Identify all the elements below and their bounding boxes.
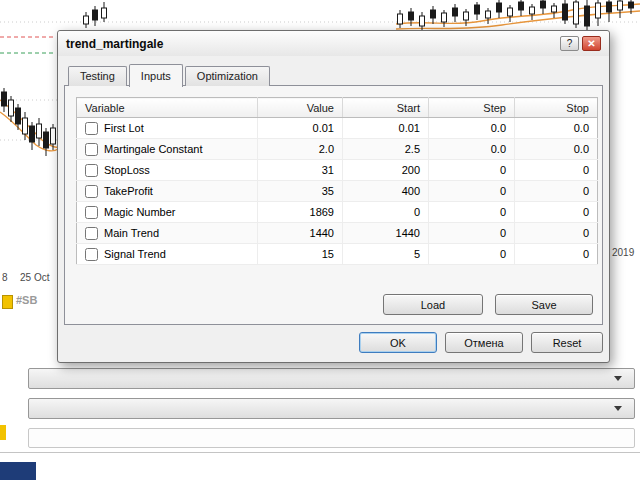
table-row[interactable]: TakeProfit 35 400 0 0 (77, 181, 598, 202)
param-start[interactable]: 400 (343, 181, 429, 202)
inputs-table: Variable Value Start Step Stop First Lot… (76, 97, 598, 265)
param-stop[interactable]: 0.0 (515, 139, 598, 160)
table-row[interactable]: Signal Trend 15 5 0 0 (77, 244, 598, 265)
param-step[interactable]: 0 (429, 244, 515, 265)
param-start[interactable]: 200 (343, 160, 429, 181)
chart-watermark: #SB (16, 294, 37, 306)
column-header-step: Step (429, 98, 515, 118)
table-row[interactable]: Martingale Constant 2.0 2.5 0.0 0.0 (77, 139, 598, 160)
column-header-value: Value (258, 98, 343, 118)
horizontal-divider (0, 452, 640, 453)
tab-testing[interactable]: Testing (68, 66, 127, 86)
param-checkbox[interactable] (85, 164, 98, 177)
window-buttons: ? ✕ (560, 36, 601, 51)
inputs-tab-page: Variable Value Start Step Stop First Lot… (64, 85, 603, 325)
table-row[interactable]: Main Trend 1440 1440 0 0 (77, 223, 598, 244)
param-step[interactable]: 0 (429, 160, 515, 181)
param-value[interactable]: 1440 (258, 223, 343, 244)
close-icon[interactable]: ✕ (582, 36, 601, 51)
column-header-variable: Variable (77, 98, 258, 118)
param-start[interactable]: 2.5 (343, 139, 429, 160)
param-name: Main Trend (104, 227, 159, 239)
param-name: StopLoss (104, 164, 150, 176)
param-checkbox[interactable] (85, 206, 98, 219)
param-stop[interactable]: 0 (515, 181, 598, 202)
param-stop[interactable]: 0 (515, 223, 598, 244)
yellow-tag-icon (0, 425, 6, 440)
column-header-start: Start (343, 98, 429, 118)
background-input-row[interactable] (28, 428, 635, 448)
axis-date-label: 25 Oct (20, 272, 49, 283)
param-value[interactable]: 1869 (258, 202, 343, 223)
table-row[interactable]: Magic Number 1869 0 0 0 (77, 202, 598, 223)
param-step[interactable]: 0 (429, 202, 515, 223)
param-name: Signal Trend (104, 248, 166, 260)
dialog-titlebar[interactable]: trend_martingale ? ✕ (58, 31, 609, 56)
param-checkbox[interactable] (85, 227, 98, 240)
param-value[interactable]: 15 (258, 244, 343, 265)
param-stop[interactable]: 0 (515, 244, 598, 265)
param-step[interactable]: 0.0 (429, 118, 515, 139)
table-row[interactable]: StopLoss 31 200 0 0 (77, 160, 598, 181)
param-value[interactable]: 31 (258, 160, 343, 181)
dropdown-arrow-icon[interactable] (614, 376, 622, 381)
expert-properties-dialog: trend_martingale ? ✕ Testing Inputs Opti… (57, 30, 610, 363)
param-step[interactable]: 0 (429, 223, 515, 244)
param-stop[interactable]: 0 (515, 160, 598, 181)
load-button[interactable]: Load (383, 294, 483, 315)
param-name: TakeProfit (104, 185, 153, 197)
bottom-left-blue-block (0, 462, 36, 480)
param-start[interactable]: 5 (343, 244, 429, 265)
param-checkbox[interactable] (85, 122, 98, 135)
param-start[interactable]: 1440 (343, 223, 429, 244)
dialog-title: trend_martingale (66, 37, 163, 51)
reset-button[interactable]: Reset (531, 332, 603, 353)
param-value[interactable]: 0.01 (258, 118, 343, 139)
param-value[interactable]: 2.0 (258, 139, 343, 160)
param-start[interactable]: 0 (343, 202, 429, 223)
axis-year-label: 2019 (612, 247, 634, 258)
param-start[interactable]: 0.01 (343, 118, 429, 139)
tab-optimization[interactable]: Optimization (185, 66, 270, 86)
param-checkbox[interactable] (85, 185, 98, 198)
column-header-stop: Stop (515, 98, 598, 118)
table-header-row: Variable Value Start Step Stop (77, 98, 598, 118)
ok-button[interactable]: OK (359, 332, 437, 353)
save-button[interactable]: Save (495, 294, 593, 315)
dropdown-arrow-icon[interactable] (614, 406, 622, 411)
param-name: First Lot (104, 122, 144, 134)
background-dropdown-2[interactable] (28, 398, 635, 419)
tab-strip: Testing Inputs Optimization (68, 63, 272, 86)
tab-inputs[interactable]: Inputs (129, 64, 183, 87)
param-checkbox[interactable] (85, 248, 98, 261)
param-stop[interactable]: 0 (515, 202, 598, 223)
table-row[interactable]: First Lot 0.01 0.01 0.0 0.0 (77, 118, 598, 139)
axis-price-label: 8 (2, 272, 8, 283)
param-value[interactable]: 35 (258, 181, 343, 202)
param-step[interactable]: 0.0 (429, 139, 515, 160)
param-checkbox[interactable] (85, 143, 98, 156)
param-stop[interactable]: 0.0 (515, 118, 598, 139)
symbol-marker-icon (2, 295, 13, 309)
param-name: Martingale Constant (104, 143, 202, 155)
cancel-button[interactable]: Отмена (445, 332, 523, 353)
param-name: Magic Number (104, 206, 176, 218)
param-step[interactable]: 0 (429, 181, 515, 202)
background-dropdown-1[interactable] (28, 368, 635, 389)
help-button[interactable]: ? (560, 36, 579, 51)
